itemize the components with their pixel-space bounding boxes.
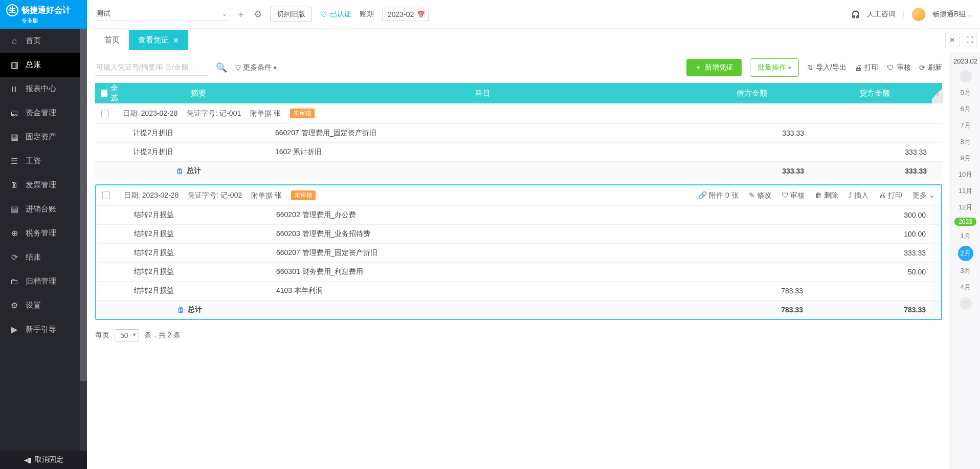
page-size-select[interactable]: 50 <box>115 329 139 342</box>
nav: ⌂首页▥总账⫼报表中心🗂资金管理▦固定资产☰工资🗎发票管理▤进销台账⊕税务管理⟳… <box>0 29 87 469</box>
month-option[interactable]: 2月 <box>958 246 973 261</box>
import-export-button[interactable]: ⇅导入/导出 <box>807 63 847 72</box>
nav-scrollbar[interactable] <box>80 29 87 469</box>
month-option[interactable]: 10月 <box>959 166 972 183</box>
unpin-button[interactable]: ◂▮ 取消固定 <box>0 451 87 469</box>
tab-1[interactable]: 查看凭证✕ <box>129 30 188 50</box>
calendar-icon: 📅 <box>417 11 425 18</box>
avatar[interactable] <box>912 8 925 21</box>
voucher-checkbox[interactable] <box>101 110 109 117</box>
page: 可输入凭证号/摘要/科目/金额... 🔍 ▽ 更多条件 ▾ ＋ 新增凭证 批量操… <box>87 52 950 469</box>
insert-button[interactable]: ⤴ 插入 <box>849 191 868 200</box>
audit-button[interactable]: 🛡 审核 <box>782 191 805 200</box>
search-input[interactable]: 可输入凭证号/摘要/科目/金额... <box>95 60 208 76</box>
nav-icon: ⚙ <box>9 301 19 310</box>
nav-label: 首页 <box>26 36 41 46</box>
nav-icon: ▤ <box>9 204 19 214</box>
audit-icon: 🛡 <box>887 63 894 72</box>
period-up-icon[interactable]: ˄ <box>960 70 972 82</box>
month-option[interactable]: 1月 <box>958 228 973 244</box>
voucher-line[interactable]: 结转2月损益660301 财务费用_利息费用50.00 <box>96 262 941 281</box>
line-summary: 计提2月折旧 <box>122 147 275 157</box>
month-option[interactable]: 9月 <box>959 150 972 166</box>
sidebar-item-0[interactable]: ⌂首页 <box>0 29 87 53</box>
voucher-line[interactable]: 结转2月损益660202 管理费用_办公费300.00 <box>96 205 941 224</box>
user-name[interactable]: 畅捷通B组... <box>932 10 972 19</box>
print-button[interactable]: 🖨打印 <box>855 63 879 72</box>
edit-button[interactable]: ✎ 修改 <box>749 191 771 200</box>
nav-icon: ▥ <box>9 60 19 70</box>
sidebar-item-2[interactable]: ⫼报表中心 <box>0 77 87 101</box>
month-option[interactable]: 6月 <box>959 101 972 117</box>
sidebar-item-11[interactable]: ⚙设置 <box>0 293 87 317</box>
chevron-down-icon: ▾ <box>788 65 791 71</box>
month-option[interactable]: 8月 <box>959 134 972 150</box>
voucher-line[interactable]: 计提2月折旧1602 累计折旧333.33 <box>95 142 942 161</box>
period-down-icon[interactable]: ˅ <box>960 297 972 310</box>
audit-button[interactable]: 🛡审核 <box>887 63 911 72</box>
filter-icon: ▽ <box>235 63 241 72</box>
month-option[interactable]: 11月 <box>959 183 972 199</box>
more-button[interactable]: 更多 ⌄ <box>912 191 935 200</box>
nav-icon: ⟳ <box>9 252 19 262</box>
voucher-checkbox[interactable] <box>102 191 110 199</box>
support-label[interactable]: 人工咨询 <box>867 10 896 19</box>
voucher-line[interactable]: 结转2月损益4103 本年利润783.33 <box>96 281 941 300</box>
close-tab-icon[interactable]: ✕ <box>945 33 960 47</box>
col-credit: 贷方金额 <box>813 89 936 98</box>
total-icon: 🗓 <box>176 167 184 176</box>
search-icon[interactable]: 🔍 <box>216 62 227 73</box>
print-button[interactable]: 🖨 打印 <box>879 191 902 200</box>
month-option[interactable]: 7月 <box>959 117 972 134</box>
period-picker[interactable]: 2023-02 📅 <box>382 8 429 21</box>
select-all-label[interactable]: 全选 <box>110 83 122 103</box>
gear-icon[interactable]: ⚙ <box>254 9 262 20</box>
month-option[interactable]: 3月 <box>958 263 973 279</box>
io-icon: ⇅ <box>807 63 813 72</box>
sidebar-item-4[interactable]: ▦固定资产 <box>0 125 87 149</box>
attach-button[interactable]: 🔗 附件 0 张 <box>698 191 738 200</box>
sidebar-item-10[interactable]: 🗀归档管理 <box>0 269 87 293</box>
support-icon[interactable]: 🎧 <box>851 10 860 18</box>
month-option[interactable]: 5月 <box>959 84 972 101</box>
sidebar-item-3[interactable]: 🗂资金管理 <box>0 101 87 125</box>
company-selector[interactable]: 测试 ⌄ <box>95 7 228 21</box>
switch-old-button[interactable]: 切到旧版 <box>270 7 312 22</box>
line-subject: 4103 本年利润 <box>276 286 689 295</box>
refresh-button[interactable]: ⟳刷新 <box>919 63 942 72</box>
voucher-line[interactable]: 结转2月损益660203 管理费用_业务招待费100.00 <box>96 224 941 243</box>
nav-icon: ⌂ <box>9 36 19 46</box>
expand-icon[interactable]: › <box>932 83 943 103</box>
sidebar-item-12[interactable]: ▶新手引导 <box>0 317 87 342</box>
month-option[interactable]: 12月 <box>959 199 972 216</box>
pager: 每页 50 条，共 2 条 <box>95 320 942 342</box>
shield-icon: 🛡 <box>320 10 327 18</box>
add-voucher-button[interactable]: ＋ 新增凭证 <box>686 59 742 76</box>
sidebar-item-9[interactable]: ⟳结账 <box>0 245 87 269</box>
fullscreen-icon[interactable]: ⛶ <box>963 33 977 47</box>
sidebar-item-7[interactable]: ▤进销台账 <box>0 197 87 221</box>
voucher-total: 🗓总计783.33783.33 <box>96 300 941 319</box>
nav-icon: ☰ <box>9 156 19 166</box>
sidebar-item-6[interactable]: 🗎发票管理 <box>0 173 87 197</box>
tab-0[interactable]: 首页 <box>95 30 129 50</box>
col-subject: 科目 <box>275 89 691 98</box>
nav-label: 新手引导 <box>26 325 56 334</box>
more-conditions[interactable]: ▽ 更多条件 ▾ <box>235 63 277 72</box>
voucher-line[interactable]: 结转2月损益660207 管理费用_固定资产折旧333.33 <box>96 243 941 262</box>
voucher-line[interactable]: 计提2月折旧660207 管理费用_固定资产折旧333.33 <box>95 123 942 142</box>
nav-label: 总账 <box>26 60 41 70</box>
nav-icon: 🗎 <box>9 181 19 190</box>
tab-close-icon[interactable]: ✕ <box>173 36 179 45</box>
select-all-checkbox[interactable] <box>101 90 107 97</box>
sidebar-item-1[interactable]: ▥总账 <box>0 53 87 77</box>
month-option[interactable]: 4月 <box>958 279 973 295</box>
add-icon[interactable]: ＋ <box>236 8 246 20</box>
line-debit: 783.33 <box>689 287 812 295</box>
sidebar-item-5[interactable]: ☰工资 <box>0 149 87 173</box>
nav-label: 资金管理 <box>26 108 56 118</box>
sidebar-item-8[interactable]: ⊕税务管理 <box>0 221 87 245</box>
brand-subtitle: 专业版 <box>21 17 87 25</box>
batch-button[interactable]: 批量操作 ▾ <box>750 58 799 77</box>
delete-button[interactable]: 🗑 删除 <box>815 191 838 200</box>
